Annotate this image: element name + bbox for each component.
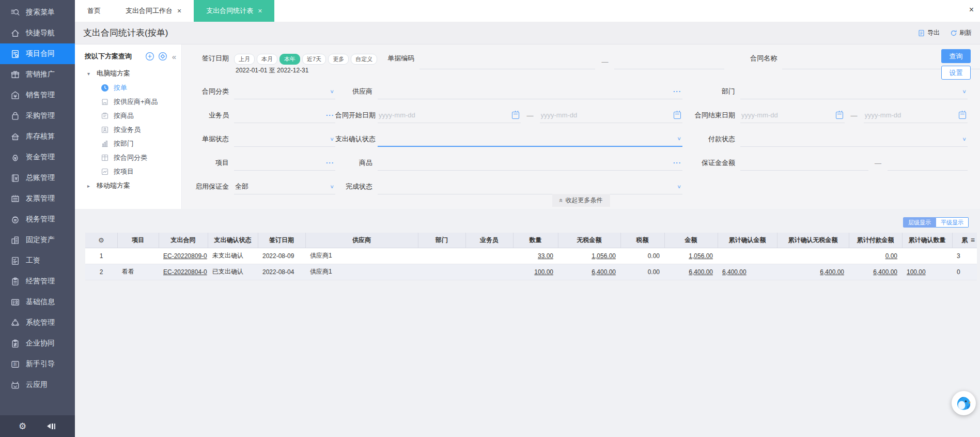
search-button[interactable]: 查询 [941,49,971,63]
calendar-icon[interactable] [674,112,681,119]
chevron-down-icon[interactable]: ∨ [677,135,681,141]
scheme-item-by-contract-class[interactable]: 按合同分类 [75,150,181,164]
caret-down-icon[interactable]: ▾ [87,71,92,77]
sidebar-item-marketing[interactable]: 营销推广 [0,64,75,85]
chevron-down-icon[interactable]: ∨ [330,88,334,94]
settings-button[interactable]: 设置 [941,66,971,80]
assistant-mascot[interactable] [952,391,976,415]
tab-close-icon[interactable]: × [177,7,181,15]
sidebar-item-purchase-mgmt[interactable]: 采购管理 [0,106,75,126]
sidebar-item-project-contract[interactable]: 项目合同 [0,43,75,64]
calendar-icon[interactable] [836,112,843,119]
close-icon[interactable]: × [969,5,974,14]
payment-status-input[interactable] [740,135,968,143]
tab-home[interactable]: 首页 [75,0,113,22]
doc-status-input[interactable] [234,135,335,143]
collapse-panel-icon[interactable]: « [172,52,176,61]
sidebar-item-cloud-apps[interactable]: 云应用 [0,374,75,395]
scheme-item-by-department[interactable]: 按部门 [75,137,181,150]
scheme-item-by-project[interactable]: 按项目 [75,164,181,178]
scheme-item-by-supplier-goods[interactable]: 按供应商+商品 [75,95,181,109]
sidebar-item-tax-mgmt[interactable]: 税务管理 [0,209,75,230]
contract-start-date-from-input[interactable] [378,111,521,119]
ellipsis-picker-icon[interactable]: ··· [326,111,334,119]
chevron-down-icon[interactable]: ∨ [962,88,967,94]
pill-更多[interactable]: 更多 [328,54,349,65]
ellipsis-picker-icon[interactable]: ··· [673,159,681,167]
collapse-more-conditions-button[interactable]: « 收起更多条件 [552,194,610,207]
chevron-down-icon[interactable]: ∨ [962,136,967,142]
cell-link[interactable]: 6,400.00 [689,268,713,276]
tab-close-icon[interactable]: × [258,7,262,15]
deposit-amount-to-input[interactable] [888,159,968,167]
salesman-input[interactable] [234,111,335,119]
sidebar-item-invoice-mgmt[interactable]: 发票管理 [0,188,75,209]
sidebar-item-sales-mgmt[interactable]: 销售管理 [0,85,75,106]
cell-link[interactable]: 100.00 [907,268,926,276]
cell-link[interactable]: 6,400.00 [722,268,746,276]
add-scheme-icon[interactable] [145,52,154,61]
ellipsis-picker-icon[interactable]: ··· [673,87,681,95]
pill-自定义[interactable]: 自定义 [351,54,377,65]
sidebar-item-quick-nav[interactable]: 快捷导航 [0,23,75,43]
deposit-amount-from-input[interactable] [740,159,868,167]
cell-link[interactable]: 100.00 [534,268,553,276]
sidebar-item-inventory-accounting[interactable]: 库存核算 [0,126,75,147]
chevron-down-icon[interactable]: ∨ [330,136,334,142]
pill-本月[interactable]: 本月 [257,54,277,65]
cell-link[interactable]: 33.00 [538,252,553,260]
scheme-group-expanded[interactable]: ▾电脑端方案 [75,66,181,81]
sidebar-item-general-ledger[interactable]: 总账管理 [0,168,75,188]
cell-link[interactable]: 1,056.00 [689,252,713,260]
contract-start-date-to-input[interactable] [540,111,683,119]
column-config-icon[interactable]: ≡ [971,236,975,244]
hierarchical-view-button[interactable]: 层级显示 [903,217,936,228]
ellipsis-picker-icon[interactable]: ··· [326,159,334,167]
goods-input[interactable] [378,159,682,167]
sidebar-item-beginner-guide[interactable]: 新新手引导 [0,354,75,374]
tab-expense-contract-workbench[interactable]: 支出合同工作台× [113,0,194,22]
sidebar-item-funds-mgmt[interactable]: 资金管理 [0,147,75,168]
sidebar-item-basic-info[interactable]: 基础信息 [0,292,75,312]
cell-link[interactable]: 1,056.00 [592,252,616,260]
supplier-input[interactable] [378,87,682,95]
doc-code-to-input[interactable] [614,57,724,65]
sidebar-item-fixed-assets[interactable]: 固定资产 [0,230,75,250]
cell-link[interactable]: EC-20220809-0 [163,252,207,260]
contract-class-input[interactable] [234,87,335,95]
tab-expense-contract-report[interactable]: 支出合同统计表× [194,0,274,22]
calendar-icon[interactable] [512,112,519,119]
cell-link[interactable]: EC-20220804-0 [163,268,207,276]
doc-code-from-input[interactable] [419,57,595,65]
pill-近7天[interactable]: 近7天 [302,54,326,65]
project-input[interactable] [234,159,335,167]
sidebar-item-search-menu[interactable]: 搜索菜单 [0,2,75,23]
calendar-icon[interactable] [959,112,966,119]
sidebar-item-payroll[interactable]: 工资 [0,250,75,271]
cell-link[interactable]: 6,400.00 [873,268,897,276]
scheme-item-by-order[interactable]: 按单 [75,81,181,95]
chevron-down-icon[interactable]: ∨ [330,184,334,189]
finish-status-input[interactable] [378,183,682,190]
flat-view-button[interactable]: 平级显示 [936,217,969,228]
gear-icon[interactable]: ⚙ [98,236,104,244]
sidebar-item-operations-mgmt[interactable]: 经营管理 [0,271,75,292]
contract-end-date-to-input[interactable] [864,111,968,119]
chevron-down-icon[interactable]: ∨ [677,184,681,189]
expense-confirm-status-input[interactable] [378,135,682,143]
settings-gear-icon[interactable]: ⚙ [19,421,26,432]
sidebar-item-system-mgmt[interactable]: 系统管理 [0,312,75,333]
refresh-button[interactable]: 刷新 [950,28,972,37]
scheme-item-by-goods[interactable]: 按商品 [75,109,181,123]
scheme-item-by-salesman[interactable]: 按业务员 [75,123,181,137]
collapse-sidebar-icon[interactable] [47,424,55,429]
caret-right-icon[interactable]: ▸ [87,183,92,189]
department-input[interactable] [740,87,968,95]
scheme-settings-icon[interactable] [158,52,167,61]
pill-上月[interactable]: 上月 [234,54,255,65]
export-button[interactable]: 导出 [918,28,940,37]
cell-link[interactable]: 6,400.00 [820,268,844,276]
sidebar-item-enterprise-collab[interactable]: 企业协同 [0,333,75,354]
pill-本年[interactable]: 本年 [279,54,300,65]
cell-link[interactable]: 0.00 [885,252,897,260]
